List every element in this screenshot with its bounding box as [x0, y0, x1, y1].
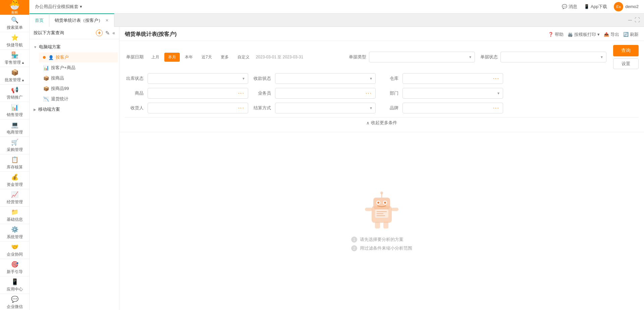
app-logo[interactable]: 🐣 标账	[0, 0, 30, 15]
print-button[interactable]: 🖨️ 按模板打印 ▾	[568, 32, 600, 38]
user-menu[interactable]: Ea demo2	[614, 2, 639, 11]
collapse-more-button[interactable]: ∧ 收起更多条件	[125, 117, 639, 128]
date-btn-last-7days[interactable]: 近7天	[198, 53, 216, 62]
sidebar-item-retail[interactable]: 🏪 零售管理 ▲	[0, 50, 30, 67]
print-dropdown-icon: ▾	[597, 32, 600, 37]
tab-close-icon[interactable]: ✕	[105, 18, 109, 23]
sidebar-item-enterprise[interactable]: 🤝 企业协同	[0, 242, 30, 259]
sidebar-item-wechat[interactable]: 💬 企业微信	[0, 294, 30, 310]
sidebar-item-ecommerce[interactable]: 💻 电商管理	[0, 119, 30, 137]
robot-icon	[362, 191, 402, 231]
app-title-dropdown[interactable]: 办公用品行业模拟账套 ▾	[35, 4, 82, 10]
sidebar-item-label: 营销推广	[7, 95, 23, 100]
sidebar-item-wholesale[interactable]: 📦 批发管理 ▲	[0, 67, 30, 85]
sidebar-item-basic[interactable]: 📁 基础信息	[0, 207, 30, 224]
tree-group-desktop-label[interactable]: ▼ 电脑端方案	[30, 42, 119, 52]
tree-item-icon: 📊	[43, 65, 49, 70]
out-status-select[interactable]: ▾	[148, 73, 248, 84]
tree-item-by-customer-goods[interactable]: 📊 按客户+商品	[39, 63, 118, 73]
sidebar-item-label: 系统管理	[7, 234, 23, 240]
sidebar-item-finance[interactable]: 💰 资金管理	[0, 172, 30, 189]
export-label: 导出	[610, 32, 619, 38]
doc-type-arrow-icon: ▾	[469, 55, 471, 59]
date-btn-custom[interactable]: 自定义	[234, 53, 253, 62]
receiver-label: 收货人	[125, 105, 144, 111]
sidebar-item-label: 基础信息	[7, 217, 23, 222]
goods-select[interactable]: ···	[148, 88, 248, 99]
refresh-button[interactable]: 🔄 刷新	[623, 32, 639, 38]
staff-select[interactable]: ···	[275, 88, 376, 99]
date-btn-more[interactable]: 更多	[217, 53, 232, 62]
staff-dots: ···	[366, 90, 372, 96]
sidebar-item-label: 电商管理	[7, 130, 23, 135]
scheme-add-icon[interactable]: +	[96, 30, 103, 36]
tab-minimize-icon[interactable]: ─	[628, 17, 632, 23]
message-icon: 💬	[562, 4, 567, 9]
tree-item-by-goods99[interactable]: 📦 按商品99	[39, 84, 118, 94]
date-group: 上月 本月 本年 近7天 更多 自定义 2023-03-01 至 2023-03…	[148, 53, 343, 62]
content-right: 销货单统计表(按客户) ❓ 帮助 🖨️ 按模板打印 ▾ 📤 导出	[119, 27, 644, 310]
scheme-collapse-icon[interactable]: «	[112, 30, 115, 36]
tip-num-1: 1	[351, 237, 357, 243]
tree-group-mobile-label[interactable]: ▶ 移动端方案	[30, 104, 119, 114]
tree-item-label: 按客户	[56, 54, 69, 60]
doc-type-select[interactable]: ▾	[369, 52, 475, 62]
tree-item-refund-stat[interactable]: 📉 退货统计	[39, 94, 118, 104]
scheme-tree: ▼ 电脑端方案 👤 按客户 📊 按客户+商品	[30, 39, 119, 117]
date-btn-last-month[interactable]: 上月	[148, 53, 163, 62]
tree-item-by-customer[interactable]: 👤 按客户	[39, 52, 118, 62]
sidebar-item-label: 采购管理	[7, 147, 23, 153]
settings-button[interactable]: 设置	[613, 58, 639, 69]
purchase-icon: 🛒	[11, 139, 18, 146]
help-button[interactable]: ❓ 帮助	[548, 32, 564, 38]
sidebar-item-newguide[interactable]: 🎯 新手引导	[0, 259, 30, 276]
sidebar-item-label: 搜索菜单	[7, 25, 23, 31]
receiver-select[interactable]: ···	[148, 103, 248, 113]
export-button[interactable]: 📤 导出	[604, 32, 619, 38]
retail-icon: 🏪	[11, 51, 18, 59]
out-status-label: 出库状态	[125, 75, 144, 82]
tab-maximize-icon[interactable]: ⛶	[635, 17, 640, 23]
date-btn-this-month[interactable]: 本月	[164, 53, 180, 62]
basic-icon: 📁	[11, 208, 18, 216]
sidebar-item-search[interactable]: 🔍 搜索菜单	[0, 15, 30, 32]
collect-status-select[interactable]: ▾	[275, 73, 376, 84]
sidebar-item-operation[interactable]: 📈 经营管理	[0, 189, 30, 207]
app-download-button[interactable]: 📱 App下载	[584, 4, 607, 10]
svg-rect-9	[391, 208, 398, 211]
doc-status-label: 单据状态	[479, 54, 498, 60]
tree-item-by-goods[interactable]: 📦 按商品	[39, 73, 118, 83]
warehouse-select[interactable]: ···	[402, 73, 503, 84]
sidebar-item-marketing[interactable]: 📢 营销推广	[0, 85, 30, 102]
scheme-edit-icon[interactable]: ✎	[105, 30, 110, 36]
logo-text: 标账	[11, 10, 18, 15]
filter-row-3: 商品 ··· 业务员 ··· 部门 ▾	[125, 88, 639, 99]
query-button[interactable]: 查询	[613, 45, 639, 56]
active-dot-icon	[43, 56, 46, 59]
page-content: 按以下方案查询 + ✎ « ▼ 电脑端方案	[30, 27, 644, 310]
tab-home[interactable]: 首页	[30, 13, 49, 27]
sidebar-item-inventory[interactable]: 📋 库存核算	[0, 154, 30, 172]
brand-select[interactable]: ···	[402, 103, 503, 113]
page-actions: ❓ 帮助 🖨️ 按模板打印 ▾ 📤 导出 🔄 刷新	[548, 32, 639, 38]
doc-status-select[interactable]: ▾	[500, 52, 606, 62]
empty-tip-2: 2 用过滤条件来缩小分析范围	[351, 245, 412, 251]
sidebar-item-sales[interactable]: 📊 销售管理	[0, 102, 30, 119]
tab-sales-stat[interactable]: 销货单统计表（按客户） ✕	[49, 13, 114, 27]
scheme-header-icons: + ✎ «	[96, 30, 115, 36]
tree-items-desktop: 👤 按客户 📊 按客户+商品 📦 按商品 📦	[30, 52, 119, 104]
scheme-header: 按以下方案查询 + ✎ «	[30, 27, 119, 39]
filter-row-2: 出库状态 ▾ 收款状态 ▾ 仓库 ···	[125, 73, 639, 84]
sidebar-item-purchase[interactable]: 🛒 采购管理	[0, 137, 30, 154]
sidebar-item-quicknav[interactable]: ⭐ 快捷导航	[0, 32, 30, 50]
date-btn-this-year[interactable]: 本年	[181, 53, 197, 62]
svg-rect-11	[383, 222, 388, 228]
empty-tip-1: 1 请先选择要分析的方案	[351, 237, 412, 243]
message-button[interactable]: 💬 消息	[562, 4, 577, 10]
sidebar-item-appcenter[interactable]: 📱 应用中心	[0, 276, 30, 294]
sidebar: 🐣 标账 🔍 搜索菜单 ⭐ 快捷导航 🏪 零售管理 ▲ 📦 批发管理 ▲ 📢 营…	[0, 0, 30, 310]
dept-select[interactable]: ▾	[402, 88, 503, 99]
top-header: 办公用品行业模拟账套 ▾ 💬 消息 📱 App下载 Ea demo2	[30, 0, 644, 13]
sidebar-item-system[interactable]: ⚙️ 系统管理	[0, 224, 30, 242]
settle-select[interactable]: ▾	[275, 103, 376, 113]
